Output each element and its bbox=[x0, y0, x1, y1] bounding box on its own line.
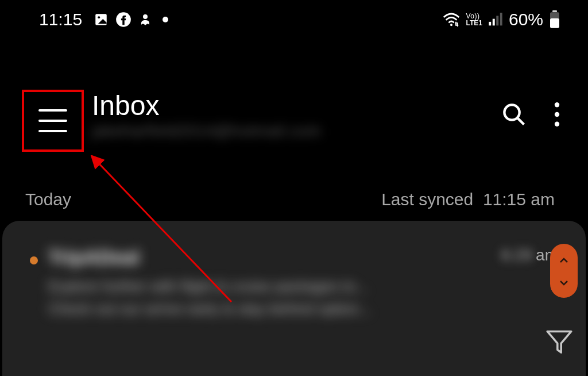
search-icon[interactable] bbox=[502, 102, 526, 129]
svg-rect-9 bbox=[552, 10, 557, 12]
last-synced: Last synced 11:15 am bbox=[381, 190, 555, 209]
email-preview: Explore further with flight & cruise pac… bbox=[48, 275, 491, 320]
svg-point-1 bbox=[98, 16, 100, 18]
hamburger-highlight bbox=[22, 90, 84, 152]
email-sender: TripADeal bbox=[48, 246, 491, 268]
chevron-down-icon bbox=[559, 277, 568, 287]
email-list: TripADeal Explore further with flight & … bbox=[2, 221, 586, 376]
menu-icon[interactable] bbox=[38, 109, 67, 132]
unread-dot-icon bbox=[30, 256, 38, 264]
app-header: Inbox jakeharfield2014@hotmail.com bbox=[0, 34, 588, 154]
svg-line-13 bbox=[518, 118, 524, 125]
svg-point-14 bbox=[555, 102, 559, 107]
scroll-control[interactable] bbox=[550, 244, 578, 298]
svg-rect-6 bbox=[493, 19, 495, 26]
notification-dot bbox=[163, 17, 168, 22]
svg-rect-7 bbox=[496, 16, 498, 26]
svg-point-3 bbox=[143, 14, 148, 19]
person-icon bbox=[138, 12, 152, 27]
svg-point-15 bbox=[555, 112, 559, 117]
svg-rect-11 bbox=[550, 18, 559, 28]
svg-point-4 bbox=[450, 24, 452, 26]
signal-icon bbox=[488, 13, 503, 26]
status-time: 11:15 bbox=[39, 10, 82, 29]
more-icon[interactable] bbox=[554, 102, 560, 129]
status-left: 11:15 bbox=[39, 10, 168, 29]
svg-rect-5 bbox=[489, 22, 491, 26]
email-item[interactable]: TripADeal Explore further with flight & … bbox=[30, 246, 558, 320]
page-title: Inbox bbox=[92, 92, 500, 120]
wifi-icon bbox=[442, 11, 461, 28]
network-label: Vo)) LTE1 bbox=[466, 13, 482, 26]
svg-point-16 bbox=[555, 122, 559, 126]
facebook-icon bbox=[115, 11, 131, 28]
status-right: Vo)) LTE1 60% bbox=[442, 10, 561, 29]
filter-icon[interactable] bbox=[546, 329, 573, 356]
svg-rect-8 bbox=[500, 13, 502, 25]
status-bar: 11:15 Vo)) LTE1 60% bbox=[0, 0, 588, 34]
chevron-up-icon bbox=[559, 255, 568, 265]
today-label: Today bbox=[25, 190, 71, 209]
battery-percent: 60% bbox=[509, 10, 543, 29]
account-email: jakeharfield2014@hotmail.com bbox=[92, 122, 500, 140]
email-content: TripADeal Explore further with flight & … bbox=[48, 246, 491, 320]
gallery-icon bbox=[94, 12, 109, 27]
title-block: Inbox jakeharfield2014@hotmail.com bbox=[86, 92, 500, 140]
header-actions bbox=[502, 92, 574, 129]
svg-point-12 bbox=[504, 105, 519, 120]
sync-row: Today Last synced 11:15 am bbox=[0, 154, 588, 221]
battery-icon bbox=[549, 10, 560, 29]
